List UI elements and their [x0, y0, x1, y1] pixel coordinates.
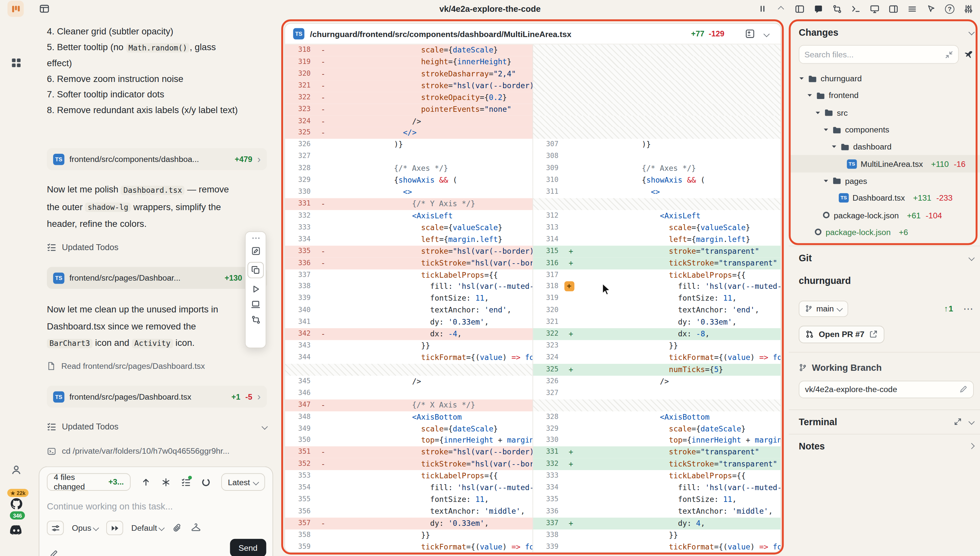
- settings-icon[interactable]: [963, 3, 974, 14]
- collapse-icon[interactable]: [945, 50, 953, 59]
- diff-row: 342- dx: -4,322+ dx: -8,: [285, 328, 781, 340]
- github-icon[interactable]: [10, 498, 23, 510]
- chevron-up-icon[interactable]: [775, 3, 786, 14]
- diff-view-icon[interactable]: [745, 29, 755, 39]
- inline-code: Activity: [132, 339, 173, 348]
- panel-right-icon[interactable]: [888, 3, 899, 14]
- file-change-chip[interactable]: TS frontend/src/components/dashboa... +4…: [47, 148, 267, 170]
- todo-list-icon[interactable]: [181, 477, 191, 487]
- ts-icon: TS: [53, 272, 64, 283]
- discord-icon[interactable]: [10, 525, 23, 535]
- chevron-down-icon[interactable]: [969, 29, 975, 35]
- chevron-down-icon: [253, 479, 259, 485]
- mode-dropdown[interactable]: Default: [131, 523, 164, 533]
- profile-icon[interactable]: [10, 464, 22, 476]
- ts-icon: TS: [53, 391, 64, 402]
- terminal-section-header[interactable]: Terminal: [799, 410, 974, 434]
- diff-row: 347- {/* X Axis */}: [285, 399, 781, 411]
- tree-folder-churnguard[interactable]: churnguard: [789, 70, 980, 87]
- diff-row: 333 scale={valueScale}313 scale={valueSc…: [285, 222, 781, 234]
- file-change-chip[interactable]: TS frontend/src/pages/Dashboard.tsx +1 -…: [47, 386, 267, 408]
- inline-code: Dashboard.tsx: [121, 185, 184, 195]
- git-compare-icon[interactable]: [251, 315, 261, 325]
- notes-section-header[interactable]: Notes: [799, 435, 974, 458]
- diff-row: 355 fontSize: 11,335 fontSize: 11,: [285, 494, 781, 506]
- branch-dropdown[interactable]: main: [799, 301, 848, 317]
- working-branch-input[interactable]: vk/4e2a-explore-the-code: [799, 381, 974, 398]
- terminal-icon[interactable]: [851, 3, 861, 14]
- monitor-icon[interactable]: [869, 3, 880, 14]
- more-icon[interactable]: ⋯: [963, 303, 974, 315]
- fast-forward-icon[interactable]: [106, 520, 123, 535]
- open-pr-button[interactable]: Open PR #7: [799, 325, 884, 343]
- tree-folder-src[interactable]: src: [789, 104, 980, 121]
- folder-icon: [841, 143, 849, 150]
- inline-code: shadow-lg: [85, 203, 131, 212]
- sparkle-icon[interactable]: [161, 477, 171, 487]
- folder-icon: [816, 92, 825, 99]
- workspaces-grid-icon[interactable]: [11, 57, 21, 68]
- tree-file-MultiLineArea.tsx[interactable]: TSMultiLineArea.tsx+110-16: [789, 155, 980, 173]
- updated-todos-row[interactable]: Updated Todos: [47, 242, 267, 252]
- ring-icon: [822, 212, 830, 219]
- search-input[interactable]: Search files...: [799, 45, 959, 64]
- git-section-header[interactable]: Git: [799, 246, 974, 270]
- edit-icon[interactable]: [251, 246, 261, 256]
- tree-file-package-lock.json[interactable]: package-lock.json+61-104: [789, 207, 980, 223]
- updated-todos-row[interactable]: Updated Todos: [47, 422, 267, 432]
- tree-folder-dashboard[interactable]: dashboard: [789, 138, 980, 155]
- model-dropdown[interactable]: Opus: [72, 523, 98, 533]
- paperclip-icon[interactable]: [172, 522, 182, 533]
- chevron-down-icon: [831, 144, 837, 149]
- diff-row: 344 tickFormat={(value) => formatValue(v…: [285, 352, 781, 364]
- read-file-row[interactable]: Read frontend/src/pages/Dashboard.tsx: [47, 361, 267, 371]
- git-compare-icon[interactable]: [832, 3, 842, 14]
- diff-row: 319- height={innerHeight}: [285, 56, 781, 68]
- latest-dropdown[interactable]: Latest: [221, 474, 265, 491]
- bird-icon[interactable]: [964, 50, 974, 60]
- tree-folder-frontend[interactable]: frontend: [789, 87, 980, 104]
- terminal-command-row[interactable]: cd /private/var/folders/10/h7w0q46556ggr…: [47, 446, 267, 456]
- diff-row: 321- stroke="hsl(var(--border))": [285, 80, 781, 92]
- dots-icon[interactable]: [252, 236, 260, 240]
- pencil-icon[interactable]: [50, 550, 58, 556]
- chevron-down-icon[interactable]: [262, 423, 268, 430]
- expand-icon[interactable]: [954, 418, 962, 426]
- arrow-up-icon[interactable]: [140, 477, 151, 487]
- file-change-chip[interactable]: TS frontend/src/pages/Dashboar... +130 -…: [47, 267, 267, 289]
- help-icon[interactable]: ?: [944, 3, 955, 14]
- play-icon[interactable]: [251, 284, 261, 294]
- diff-row: 341 dy: '0.33em',321 dy: '0.33em',: [285, 316, 781, 328]
- sliders-icon[interactable]: [47, 520, 64, 535]
- ring-icon: [814, 228, 822, 236]
- message-input[interactable]: Continue working on this task...: [47, 501, 265, 511]
- chevron-down-icon[interactable]: [764, 31, 770, 37]
- pencil-icon[interactable]: [959, 386, 967, 394]
- tree-file-Dashboard.tsx[interactable]: TSDashboard.tsx+131-233: [789, 189, 980, 207]
- copy-icon[interactable]: [247, 262, 264, 278]
- tree-file-package-lock.json[interactable]: package-lock.json+6: [789, 223, 980, 241]
- chat-bubble-icon[interactable]: [813, 3, 823, 14]
- diff-header: TS /churnguard/frontend/src/components/d…: [285, 24, 781, 44]
- files-changed-dropdown[interactable]: 4 files changed +3...: [47, 474, 131, 491]
- send-button[interactable]: Send: [230, 539, 266, 556]
- pause-icon[interactable]: [757, 3, 767, 14]
- tree-folder-pages[interactable]: pages: [789, 173, 980, 189]
- laptop-icon[interactable]: [251, 300, 261, 309]
- diff-row: 359 tickFormat={(value) => formatDate(va…: [285, 541, 781, 552]
- menu-icon[interactable]: [907, 3, 917, 14]
- diff-file-path: /churnguard/frontend/src/components/dash…: [310, 29, 686, 39]
- add-comment-button[interactable]: +: [564, 281, 574, 292]
- added-count: +131: [913, 194, 932, 203]
- ahead-count[interactable]: ↑1: [944, 304, 953, 314]
- diff-row: 356 textAnchor: 'middle',336 textAnchor:…: [285, 506, 781, 518]
- ts-icon: TS: [293, 28, 304, 39]
- terminal-prompt-icon: [47, 446, 57, 455]
- tree-folder-components[interactable]: components: [789, 121, 980, 138]
- panel-left-icon[interactable]: [794, 3, 805, 14]
- working-branch-header: Working Branch: [799, 362, 974, 373]
- diff-row: 326 )}307 )}: [285, 139, 781, 151]
- hanger-icon[interactable]: [191, 522, 201, 533]
- diff-rows[interactable]: 318- scale={dateScale}319- height={inner…: [285, 44, 781, 552]
- pointer-icon[interactable]: [925, 3, 936, 14]
